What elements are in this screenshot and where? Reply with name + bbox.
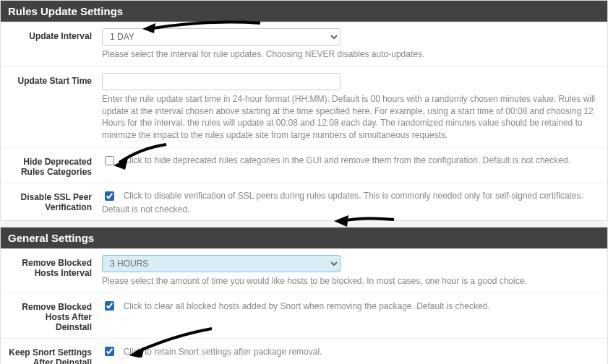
row-hide-deprecated: Hide Deprecated Rules Categories Click t… xyxy=(1,147,607,183)
desc-disable-ssl: Click to disable verification of SSL pee… xyxy=(102,191,583,214)
label-remove-interval: Remove Blocked Hosts Interval xyxy=(8,255,102,278)
label-hide-deprecated: Hide Deprecated Rules Categories xyxy=(8,154,102,177)
help-remove-interval: Please select the amount of time you wou… xyxy=(102,275,600,287)
general-settings-panel: General Settings Remove Blocked Hosts In… xyxy=(0,227,608,364)
row-remove-interval: Remove Blocked Hosts Interval 3 HOURS Pl… xyxy=(1,248,607,293)
row-remove-after-deinstall: Remove Blocked Hosts After Deinstall Cli… xyxy=(1,292,607,338)
rules-update-panel: Rules Update Settings Update Interval 1 … xyxy=(0,0,608,221)
row-update-start-time: Update Start Time Enter the rule update … xyxy=(1,66,607,147)
row-disable-ssl: Disable SSL Peer Verification Click to d… xyxy=(1,183,607,220)
label-update-interval: Update Interval xyxy=(8,28,102,41)
row-keep-settings: Keep Snort Settings After Deinstall Clic… xyxy=(1,338,607,364)
select-remove-interval[interactable]: 3 HOURS xyxy=(102,255,341,272)
input-update-start-time[interactable] xyxy=(102,73,341,90)
general-settings-header: General Settings xyxy=(1,228,607,248)
desc-keep-settings: Click to retain Snort settings after pac… xyxy=(124,347,322,357)
checkbox-remove-after-deinstall[interactable] xyxy=(105,301,114,311)
label-disable-ssl: Disable SSL Peer Verification xyxy=(8,189,102,212)
label-update-start-time: Update Start Time xyxy=(8,73,102,86)
checkbox-hide-deprecated[interactable] xyxy=(105,156,114,165)
row-update-interval: Update Interval 1 DAY Please select the … xyxy=(1,22,607,66)
label-remove-after-deinstall: Remove Blocked Hosts After Deinstall xyxy=(8,299,102,332)
help-update-interval: Please select the interval for rule upda… xyxy=(102,48,600,61)
rules-update-header: Rules Update Settings xyxy=(1,1,607,22)
help-update-start-time: Enter the rule update start time in 24-h… xyxy=(102,93,600,142)
checkbox-keep-settings[interactable] xyxy=(105,347,114,356)
select-update-interval[interactable]: 1 DAY xyxy=(102,28,341,46)
desc-hide-deprecated: Click to hide deprecated rules categorie… xyxy=(124,155,570,165)
label-keep-settings: Keep Snort Settings After Deinstall xyxy=(8,344,102,364)
desc-remove-after-deinstall: Click to clear all blocked hosts added b… xyxy=(124,301,490,311)
checkbox-disable-ssl[interactable] xyxy=(105,191,114,201)
